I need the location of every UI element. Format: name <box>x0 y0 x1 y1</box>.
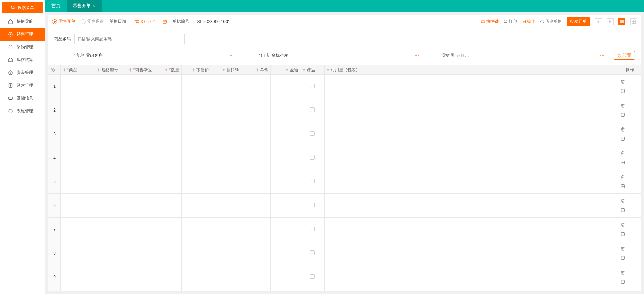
svg-marker-27 <box>597 20 599 23</box>
fund-icon: ¥ <box>8 70 13 75</box>
col-retail[interactable]: ▲▼零售价 <box>182 65 211 75</box>
col-unit[interactable]: ▲▼销售单位 <box>123 65 154 75</box>
delete-row-icon[interactable] <box>621 151 639 155</box>
delete-row-icon[interactable] <box>621 103 639 108</box>
add-row-icon[interactable] <box>621 208 639 212</box>
sidebar-item-label: 基础信息 <box>17 95 33 101</box>
col-gear[interactable] <box>48 65 61 75</box>
sidebar-item-stock[interactable]: 库存核算 <box>0 54 45 66</box>
table-row[interactable]: 9 <box>48 265 641 289</box>
col-amount[interactable]: ▲▼金额 <box>271 65 300 75</box>
delete-row-icon[interactable] <box>621 199 639 203</box>
col-avail[interactable]: ▲▼可用量（包装） <box>325 65 618 75</box>
svg-point-0 <box>11 6 14 9</box>
gift-checkbox[interactable] <box>310 179 315 183</box>
barcode-row: 商品条码 <box>48 29 641 49</box>
add-row-icon[interactable] <box>621 232 639 236</box>
radio-dot-icon <box>81 19 86 24</box>
add-row-icon[interactable] <box>621 279 639 284</box>
col-price[interactable]: ▲▼单价 <box>241 65 271 75</box>
add-row-icon[interactable] <box>621 160 639 165</box>
gift-checkbox[interactable] <box>310 203 315 207</box>
sidebar-item-label: 快捷导航 <box>17 19 33 25</box>
delete-row-icon[interactable] <box>621 246 639 251</box>
order-type-radio[interactable]: 零售退货 <box>81 19 104 25</box>
operate-link[interactable]: 操作 <box>522 19 535 25</box>
table-row[interactable]: 6 <box>48 194 641 218</box>
gift-checkbox[interactable] <box>310 155 315 160</box>
add-row-icon[interactable] <box>621 113 639 117</box>
sale-icon <box>8 32 13 37</box>
svg-line-1 <box>14 8 15 9</box>
gift-checkbox[interactable] <box>310 227 315 231</box>
table-row[interactable]: 8 <box>48 241 641 265</box>
col-discount[interactable]: ▲▼折扣% <box>211 65 241 75</box>
add-row-icon[interactable] <box>621 256 639 260</box>
sidebar-item-fund[interactable]: ¥资金管理 <box>0 66 45 79</box>
sidebar: 搜索菜单 快捷导航销售管理采购管理库存核算¥资金管理经营管理基础信息系统管理 <box>0 0 45 294</box>
search-menu-button[interactable]: 搜索菜单 <box>2 2 43 13</box>
shortcut-link[interactable]: 快捷键 <box>481 19 499 25</box>
calendar-icon[interactable] <box>162 19 167 24</box>
guide-label: 导购员 <box>441 53 454 58</box>
gift-checkbox[interactable] <box>310 107 315 112</box>
delete-row-icon[interactable] <box>621 79 639 84</box>
table-row[interactable]: 3 <box>48 122 641 146</box>
history-link[interactable]: 历史单据 <box>540 19 562 25</box>
add-row-icon[interactable] <box>621 89 639 93</box>
sidebar-item-label: 经营管理 <box>17 83 33 88</box>
stock-icon <box>8 57 13 63</box>
tab[interactable]: 零售开单✕ <box>67 0 102 12</box>
table-row[interactable]: 7 <box>48 218 641 241</box>
add-row-icon[interactable] <box>621 136 639 141</box>
delete-row-icon[interactable] <box>621 270 639 275</box>
sidebar-item-purchase[interactable]: 采购管理 <box>0 41 45 54</box>
gift-checkbox[interactable] <box>310 84 315 88</box>
svg-point-13 <box>8 109 12 113</box>
order-type-radio[interactable]: 零售开单 <box>52 19 75 25</box>
col-spec[interactable]: ▲▼规格型号 <box>95 65 123 75</box>
sidebar-item-sys[interactable]: 系统管理 <box>0 105 45 117</box>
close-icon[interactable]: ✕ <box>93 4 96 8</box>
col-qty[interactable]: ▲▼数量 <box>154 65 182 75</box>
gift-checkbox[interactable] <box>310 131 315 136</box>
prev-button[interactable] <box>595 18 602 25</box>
delete-row-icon[interactable] <box>621 222 639 227</box>
batch-order-button[interactable]: 批发开单 <box>567 17 590 26</box>
add-row-icon[interactable] <box>621 184 639 189</box>
more-icon: ⋯ <box>230 53 234 58</box>
list-view-button[interactable] <box>618 18 625 25</box>
sidebar-item-sale[interactable]: 销售管理 <box>0 28 45 41</box>
gift-checkbox[interactable] <box>310 274 315 279</box>
print-link[interactable]: 打印 <box>503 19 517 25</box>
store-label: 门店 <box>256 53 269 58</box>
grid-view-button[interactable] <box>630 18 637 25</box>
settings-button[interactable]: 设置 <box>614 51 635 60</box>
delete-row-icon[interactable] <box>621 175 639 179</box>
search-menu-label: 搜索菜单 <box>18 5 34 11</box>
tab[interactable]: 首页 <box>45 0 67 12</box>
sidebar-item-label: 系统管理 <box>17 108 33 114</box>
customer-select[interactable]: 零散客户 ⋯ <box>86 53 238 58</box>
sidebar-item-biz[interactable]: 经营管理 <box>0 79 45 92</box>
row-index: 10 <box>48 289 61 292</box>
gift-checkbox[interactable] <box>310 250 315 255</box>
row-index: 9 <box>48 265 61 289</box>
sidebar-item-base[interactable]: 基础信息 <box>0 92 45 105</box>
table-row[interactable]: 2 <box>48 98 641 122</box>
guide-select[interactable]: 选择… ⋯ <box>456 53 608 58</box>
next-button[interactable] <box>607 18 614 25</box>
barcode-input[interactable] <box>74 34 185 44</box>
col-product[interactable]: ▲▼商品 <box>61 65 95 75</box>
sidebar-item-home[interactable]: 快捷导航 <box>0 15 45 28</box>
grid: ▲▼商品 ▲▼规格型号 ▲▼销售单位 ▲▼数量 ▲▼零售价 ▲▼折扣% ▲▼单价… <box>48 65 641 291</box>
svg-point-36 <box>619 55 620 56</box>
table-row[interactable]: 10 <box>48 289 641 292</box>
col-gift[interactable]: ▲▼赠品 <box>300 65 325 75</box>
table-row[interactable]: 4 <box>48 146 641 170</box>
table-row[interactable]: 1 <box>48 75 641 98</box>
table-row[interactable]: 5 <box>48 170 641 194</box>
date-value[interactable]: 2023-06-02 <box>132 19 157 25</box>
delete-row-icon[interactable] <box>621 127 639 132</box>
store-select[interactable]: 余杭小库 ⋯ <box>271 53 423 58</box>
